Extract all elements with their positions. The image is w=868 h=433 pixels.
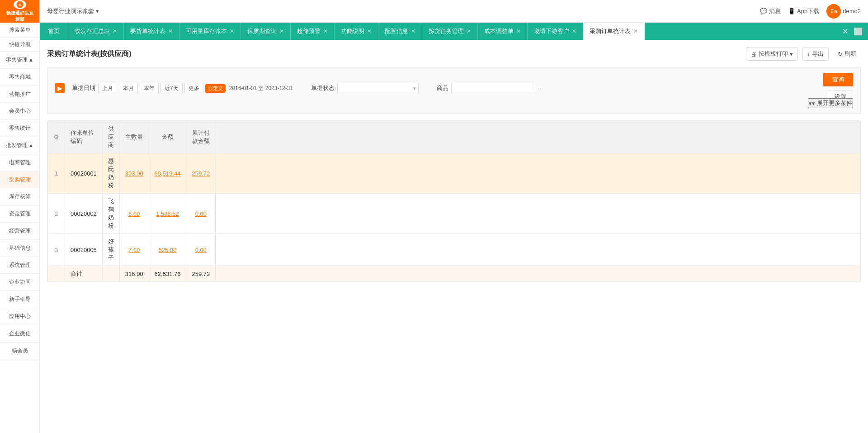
sidebar-item-wechat[interactable]: 企业微信 <box>0 325 39 343</box>
tab-close-icon[interactable]: ✕ <box>323 28 328 34</box>
date-btn-last-month[interactable]: 上月 <box>98 83 117 94</box>
filter-toggle-button[interactable]: ▶ <box>55 83 65 93</box>
row-amount: 1,586.52 <box>149 194 186 234</box>
col-extra <box>216 121 860 153</box>
tab-purchase-stat[interactable]: 采购订单统计表 ✕ <box>583 23 645 40</box>
export-button[interactable]: ↓ 导出 <box>802 47 829 61</box>
sidebar-item-vip[interactable]: 畅会员 <box>0 343 39 360</box>
app-download-button[interactable]: 📱 App下载 <box>788 7 819 15</box>
tab-pick-task[interactable]: 拣货任务管理 ✕ <box>422 23 478 40</box>
sidebar: 6 畅捷通好生意 标版 搜索菜单 快捷导航 零售管理 ▲ 零售商城 营销推广 会… <box>0 0 40 433</box>
sidebar-item-basic[interactable]: 基础信息 <box>0 240 39 257</box>
sidebar-item-retail[interactable]: 零售管理 ▲ <box>0 52 39 69</box>
sidebar-item-ops[interactable]: 经营管理 <box>0 223 39 240</box>
sidebar-item-shortcut[interactable]: 快捷导航 <box>0 38 39 52</box>
app-sub: 标版 <box>15 16 24 23</box>
sidebar-item-enterprise[interactable]: 企业协同 <box>0 274 39 291</box>
tab-close-icon[interactable]: ✕ <box>411 28 415 34</box>
date-btn-this-year[interactable]: 本年 <box>140 83 159 94</box>
sidebar-item-retail-stat[interactable]: 零售统计 <box>0 120 39 137</box>
table-row[interactable]: 3 00020005 好孩子 7.00 525.80 0.00 <box>48 234 860 266</box>
avatar: Ea <box>826 4 841 19</box>
footer-empty-1 <box>48 266 65 282</box>
row-extra <box>216 153 860 194</box>
message-button[interactable]: 💬 消息 <box>760 7 781 15</box>
row-paid: 0.00 <box>186 194 216 234</box>
goods-filter-label: 商品 <box>437 84 448 92</box>
template-print-button[interactable]: 🖨 按模板打印 ▾ <box>746 47 798 61</box>
tab-invite[interactable]: 邀请下游客户 ✕ <box>528 23 583 40</box>
tab-cost-adj[interactable]: 成本调整单 ✕ <box>478 23 528 40</box>
app-logo[interactable]: 6 畅捷通好生意 标版 <box>0 0 39 23</box>
tab-shelf-life[interactable]: 保质期查询 ✕ <box>241 23 291 40</box>
tab-close-icon[interactable]: ✕ <box>113 28 117 34</box>
row-extra <box>216 234 860 266</box>
sidebar-item-member[interactable]: 会员中心 <box>0 103 39 120</box>
tab-func-desc[interactable]: 功能说明 ✕ <box>335 23 378 40</box>
tab-close-icon[interactable]: ✕ <box>367 28 372 34</box>
phone-icon: 📱 <box>788 8 795 14</box>
tab-stock-ledger[interactable]: 可用量库存账本 ✕ <box>179 23 241 40</box>
date-btn-7days[interactable]: 近7天 <box>160 83 183 94</box>
row-extra <box>216 194 860 234</box>
topbar: 母婴行业演示账套 ▾ 💬 消息 📱 App下载 Ea demo2 <box>40 0 868 23</box>
store-selector[interactable]: 母婴行业演示账套 ▾ <box>47 7 99 15</box>
query-button[interactable]: 查询 <box>823 73 853 86</box>
date-btn-this-month[interactable]: 本月 <box>119 83 138 94</box>
data-table-wrap: ⚙ 往来单位编码 供应商 主数量 金额 累计付款金额 1 00020001 惠氏… <box>47 120 861 282</box>
row-supplier: 惠氏奶粉 <box>102 153 119 194</box>
status-select-wrap <box>337 83 419 94</box>
tab-close-icon[interactable]: ✕ <box>467 28 471 34</box>
expand-more-button[interactable]: ▾▾ 展开更多条件 <box>808 98 853 108</box>
col-paid: 累计付款金额 <box>186 121 216 153</box>
footer-extra <box>216 266 860 282</box>
sidebar-item-inventory[interactable]: 库存核算 <box>0 188 39 205</box>
tab-close-icon[interactable]: ✕ <box>279 28 284 34</box>
sidebar-item-appstore[interactable]: 应用中心 <box>0 308 39 325</box>
sidebar-item-system[interactable]: 系统管理 <box>0 257 39 274</box>
row-qty: 7.00 <box>119 234 149 266</box>
sidebar-item-search[interactable]: 搜索菜单 <box>0 23 39 38</box>
tab-order-stat[interactable]: 要货单统计表 ✕ <box>124 23 179 40</box>
column-settings-icon[interactable]: ⚙ <box>53 133 59 141</box>
table-row[interactable]: 1 00020001 惠氏奶粉 303.00 60,519.44 259.72 <box>48 153 860 194</box>
table-row[interactable]: 2 00020002 飞鹤奶粉 6.00 1,586.52 0.00 <box>48 194 860 234</box>
tab-close-icon[interactable]: ✕ <box>572 28 576 34</box>
sidebar-item-purchase[interactable]: 采购管理 <box>0 171 39 189</box>
sidebar-item-retail-shop[interactable]: 零售商城 <box>0 69 39 86</box>
tab-close-icon[interactable]: ✕ <box>168 28 173 34</box>
tab-close-icon[interactable]: ✕ <box>230 28 234 34</box>
tab-maximize-button[interactable]: ⬜ <box>852 25 864 38</box>
refresh-button[interactable]: ↻ 刷新 <box>833 48 861 60</box>
tab-close-active-icon[interactable]: ✕ <box>633 28 638 34</box>
row-supplier: 飞鹤奶粉 <box>102 194 119 234</box>
filter-row: ▶ 单据日期 上月 本月 本年 近7天 更多 自定义 2016-01-01 至 … <box>55 73 853 104</box>
filter-date-range-item: 2016-01-01 至 2023-12-31 <box>229 85 293 92</box>
goods-input[interactable] <box>451 83 535 94</box>
tab-collect-send[interactable]: 收发存汇总表 ✕ <box>68 23 124 40</box>
col-qty: 主数量 <box>119 121 149 153</box>
tab-close-all-button[interactable]: ✕ <box>840 25 850 38</box>
user-menu[interactable]: Ea demo2 <box>826 4 861 19</box>
sidebar-item-marketing[interactable]: 营销推广 <box>0 86 39 103</box>
sidebar-item-wholesale[interactable]: 批发管理 ▲ <box>0 137 39 154</box>
row-num: 3 <box>48 234 65 266</box>
date-btn-more[interactable]: 更多 <box>184 83 203 94</box>
page-content: 采购订单统计表(按供应商) 🖨 按模板打印 ▾ ↓ 导出 ↻ 刷新 <box>40 40 868 433</box>
filter-bar: ▶ 单据日期 上月 本月 本年 近7天 更多 自定义 2016-01-01 至 … <box>47 67 861 114</box>
row-supplier: 好孩子 <box>102 234 119 266</box>
app-name: 畅捷通好生意 <box>6 10 33 16</box>
footer-supplier <box>102 266 119 282</box>
tabbar-end: ✕ ⬜ <box>840 25 868 38</box>
sidebar-item-newbie[interactable]: 新手引导 <box>0 291 39 308</box>
status-select[interactable] <box>337 83 419 94</box>
row-code: 00020001 <box>65 153 103 194</box>
tab-config[interactable]: 配置信息 ✕ <box>378 23 422 40</box>
tab-overstock[interactable]: 超储预警 ✕ <box>291 23 335 40</box>
sidebar-item-ecom[interactable]: 电商管理 <box>0 154 39 171</box>
sidebar-item-finance[interactable]: 资金管理 <box>0 205 39 223</box>
svg-text:6: 6 <box>19 2 21 7</box>
more-options-icon[interactable]: ··· <box>538 85 543 92</box>
tab-close-icon[interactable]: ✕ <box>516 28 521 34</box>
tab-home[interactable]: 首页 <box>40 23 68 40</box>
